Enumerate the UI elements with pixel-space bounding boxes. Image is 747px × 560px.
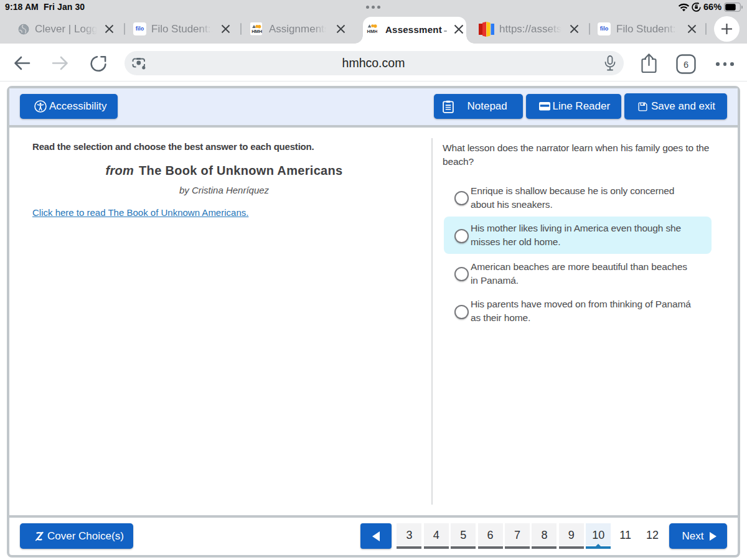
- svg-text:6: 6: [684, 60, 688, 70]
- svg-text:HMH: HMH: [251, 29, 262, 34]
- svg-text:HMH: HMH: [367, 28, 377, 34]
